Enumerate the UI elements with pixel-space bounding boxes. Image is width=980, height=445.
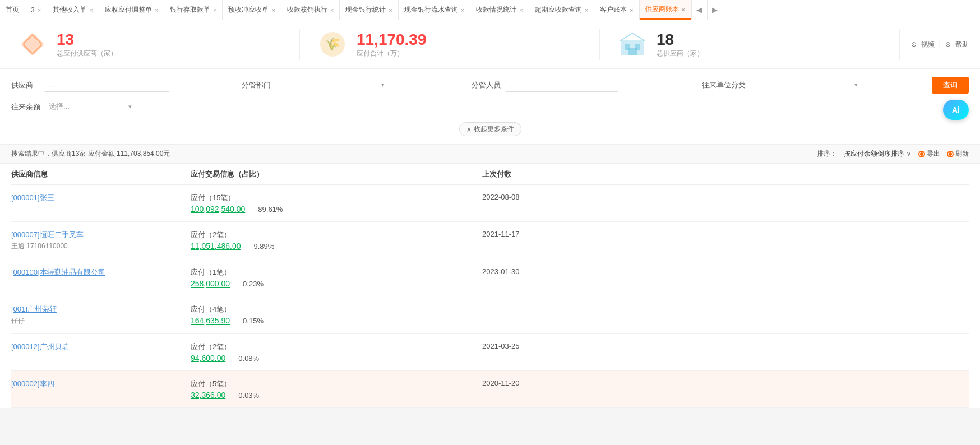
supplier-filter-label: 供应商 bbox=[11, 80, 42, 90]
sort-select[interactable]: 按应付余额倒序排序 ∨ bbox=[844, 149, 912, 159]
collapse-up-icon: ∧ bbox=[466, 126, 471, 133]
header-supplier: 供应商信息 bbox=[11, 169, 191, 179]
nav-tab-bank-deposit[interactable]: 银行存取款单 × bbox=[164, 0, 223, 20]
transaction-percent: 0.15% bbox=[243, 317, 264, 325]
nav-tab-other-income[interactable]: 其他收入单 × bbox=[47, 0, 99, 20]
payable-suppliers-count: 13 bbox=[57, 30, 117, 49]
header-lastpay: 上次付数 bbox=[482, 169, 969, 179]
close-icon[interactable]: × bbox=[519, 7, 523, 13]
export-icon bbox=[918, 151, 925, 157]
result-summary-text: 搜索结果中，供应商13家 应付金额 111,703,854.00元 bbox=[11, 149, 170, 159]
transaction-percent: 89.61% bbox=[258, 205, 283, 214]
result-bar: 搜索结果中，供应商13家 应付金额 111,703,854.00元 排序： 按应… bbox=[0, 145, 980, 164]
supplier-link[interactable]: [000100]本特勤油品有限公司 bbox=[11, 267, 191, 277]
filter-row-1: 供应商 分管部门 ▾ 分管人员 往来单位分类 ▾ 查询 bbox=[11, 77, 969, 94]
svg-rect-7 bbox=[628, 48, 637, 55]
sort-label: 排序： bbox=[817, 149, 837, 159]
collapse-button[interactable]: ∧ 收起更多条件 bbox=[459, 122, 521, 136]
transaction-amount[interactable]: 94,600.00 bbox=[191, 354, 225, 363]
nav-tab-customer-book[interactable]: 客户账本 × bbox=[594, 0, 639, 20]
close-icon[interactable]: × bbox=[89, 7, 93, 13]
nav-left-arrow[interactable]: ◀ bbox=[691, 0, 707, 20]
nav-tab-home[interactable]: 首页 bbox=[0, 0, 25, 20]
close-icon[interactable]: × bbox=[630, 7, 633, 13]
transaction-label: 应付（2笔） bbox=[191, 230, 482, 240]
transaction-amount[interactable]: 164,635.90 bbox=[191, 316, 230, 325]
transaction-amount[interactable]: 32,366.00 bbox=[191, 391, 225, 400]
supplier-filter-input[interactable] bbox=[45, 78, 169, 92]
category-filter-label: 往来单位分类 bbox=[702, 80, 746, 90]
table-row: [000012]广州贝瑞 应付（2笔） 94,600.00 0.08% 2021… bbox=[11, 334, 969, 371]
category-filter-select[interactable]: ▾ bbox=[749, 79, 861, 91]
payable-suppliers-label: 总应付供应商（家） bbox=[57, 49, 117, 58]
video-link[interactable]: 视频 bbox=[921, 40, 935, 49]
person-filter-input[interactable] bbox=[506, 78, 618, 92]
transaction-amount[interactable]: 100,092,540.00 bbox=[191, 205, 245, 214]
table-header: 供应商信息 应付交易信息（占比） 上次付数 bbox=[11, 164, 969, 185]
payable-total-label: 应付合计（万） bbox=[357, 49, 427, 58]
last-pay-date: 2020-11-20 bbox=[482, 379, 520, 387]
nav-tab-ar-adjust[interactable]: 应收应付调整单 × bbox=[99, 0, 164, 20]
table-row: [000001]张三 应付（15笔） 100,092,540.00 89.61%… bbox=[11, 185, 969, 222]
close-icon[interactable]: × bbox=[461, 7, 464, 13]
nav-tab-overdue-ar[interactable]: 超期应收款查询 × bbox=[529, 0, 594, 20]
top-links: ⊙ 视频 | ⊙ 帮助 bbox=[900, 40, 969, 49]
help-link[interactable]: 帮助 bbox=[955, 40, 969, 49]
ai-badge[interactable]: Ai bbox=[943, 100, 969, 120]
svg-rect-0 bbox=[21, 33, 44, 56]
payable-total-value: 11,170.39 bbox=[357, 30, 427, 49]
sort-arrow-icon: ∨ bbox=[906, 150, 912, 157]
query-button[interactable]: 查询 bbox=[932, 77, 969, 94]
supplier-link[interactable]: [000001]张三 bbox=[11, 193, 191, 203]
supplier-link[interactable]: [001]广州荣轩 bbox=[11, 304, 191, 314]
close-icon[interactable]: × bbox=[330, 7, 334, 13]
video-icon: ⊙ bbox=[911, 40, 917, 48]
collapse-section: ∧ 收起更多条件 bbox=[11, 120, 969, 138]
balance-filter-label: 往来余额 bbox=[11, 102, 42, 112]
result-bar-right: 排序： 按应付余额倒序排序 ∨ 导出 刷新 bbox=[817, 149, 969, 159]
close-icon[interactable]: × bbox=[213, 7, 216, 13]
export-button[interactable]: 导出 bbox=[918, 149, 940, 159]
refresh-icon bbox=[947, 151, 954, 157]
filter-balance: 往来余额 选择... ▾ bbox=[11, 99, 168, 114]
supplier-link[interactable]: [000002]李四 bbox=[11, 379, 191, 389]
close-icon[interactable]: × bbox=[155, 7, 158, 13]
total-suppliers-label: 总供应商（家） bbox=[657, 49, 704, 58]
nav-tab-receipt-verify[interactable]: 收款核销执行 × bbox=[281, 0, 340, 20]
nav-tab-prepay-ar[interactable]: 预收冲应收单 × bbox=[223, 0, 281, 20]
transaction-percent: 0.23% bbox=[243, 280, 264, 288]
transaction-amount[interactable]: 258,000.00 bbox=[191, 279, 230, 288]
table-row: [000002]李四 应付（5笔） 32,366.00 0.03% 2020-1… bbox=[11, 371, 969, 408]
transaction-label: 应付（2笔） bbox=[191, 342, 482, 352]
last-pay-date: 2021-11-17 bbox=[482, 230, 520, 238]
summary-card-payable-suppliers: 13 总应付供应商（家） bbox=[11, 29, 300, 60]
close-icon[interactable]: × bbox=[585, 7, 588, 13]
supplier-sub: 仔仔 bbox=[11, 316, 191, 326]
close-icon[interactable]: × bbox=[389, 7, 392, 13]
nav-tab-supplier-book[interactable]: 供应商账本 × bbox=[640, 0, 691, 20]
supplier-link[interactable]: [000012]广州贝瑞 bbox=[11, 342, 191, 352]
nav-tab-cash-bank-flow[interactable]: 现金银行流水查询 × bbox=[399, 0, 470, 20]
filter-supplier: 供应商 bbox=[11, 78, 230, 92]
close-icon[interactable]: × bbox=[38, 7, 41, 13]
summary-bar: 13 总应付供应商（家） 🌾 11,170.39 应付合计（万） bbox=[0, 20, 980, 69]
top-navigation: 首页 3 × 其他收入单 × 应收应付调整单 × 银行存取款单 × 预收冲应收单… bbox=[0, 0, 980, 20]
dept-filter-label: 分管部门 bbox=[242, 80, 272, 90]
close-icon[interactable]: × bbox=[682, 6, 685, 13]
help-icon: ⊙ bbox=[945, 40, 951, 48]
header-transaction: 应付交易信息（占比） bbox=[191, 169, 482, 179]
nav-tab-receipt-stat[interactable]: 收款情况统计 × bbox=[470, 0, 529, 20]
dept-filter-select[interactable]: ▾ bbox=[276, 79, 388, 91]
diamond-icon bbox=[17, 29, 48, 60]
close-icon[interactable]: × bbox=[271, 7, 275, 13]
nav-tab-3[interactable]: 3 × bbox=[25, 0, 47, 20]
nav-tab-cash-bank-stat[interactable]: 现金银行统计 × bbox=[340, 0, 398, 20]
balance-filter-select[interactable]: 选择... ▾ bbox=[45, 99, 135, 114]
refresh-button[interactable]: 刷新 bbox=[947, 149, 969, 159]
supplier-sub: 王通 17106110000 bbox=[11, 242, 191, 251]
person-filter-label: 分管人员 bbox=[471, 80, 502, 90]
transaction-percent: 0.08% bbox=[238, 354, 259, 363]
transaction-amount[interactable]: 11,051,486.00 bbox=[191, 242, 241, 251]
supplier-link[interactable]: [000007]恒旺二手叉车 bbox=[11, 230, 191, 240]
nav-right-arrow[interactable]: ▶ bbox=[707, 0, 723, 20]
